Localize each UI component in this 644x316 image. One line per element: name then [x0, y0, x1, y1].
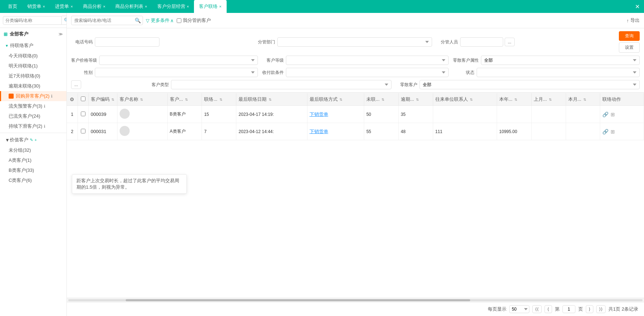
retail-customer-select[interactable]: 全部 — [420, 80, 640, 89]
sidebar-item-ungrouped[interactable]: 未分组(32) — [0, 145, 66, 155]
nav-close-product-analysis[interactable]: × — [103, 4, 105, 9]
gender-select[interactable] — [95, 68, 258, 77]
sort-icon-uncontacted[interactable]: ⇅ — [381, 98, 384, 102]
table-settings-gear-button[interactable]: ⚙ — [70, 96, 74, 102]
more-conditions-button[interactable]: ▽ 更多条件 ∧ — [146, 17, 174, 24]
nav-close-product-list[interactable]: × — [145, 4, 147, 9]
last-page-button[interactable]: ⟩⟩ — [596, 305, 606, 313]
last-method-link-2[interactable]: 下销货单 — [310, 129, 328, 134]
settings-button[interactable]: 设置 — [619, 42, 640, 53]
branch-person-input[interactable] — [460, 37, 503, 47]
filter-branch-person: 分管人员 ... — [436, 37, 615, 47]
search-icon[interactable]: 🔍 — [135, 18, 141, 23]
more-ellipsis-button[interactable]: ... — [71, 80, 81, 89]
sidebar-item-7day-pending[interactable]: 近7天待联络(0) — [0, 71, 66, 81]
more-action-icon-2[interactable]: ⊞ — [611, 129, 615, 135]
branch-dept-select[interactable] — [277, 37, 432, 47]
status-select[interactable] — [477, 68, 640, 77]
sort-icon-this-year[interactable]: ⇅ — [514, 98, 517, 102]
first-page-button[interactable]: ⟨⟨ — [532, 305, 542, 313]
sidebar-item-lost-customers[interactable]: 已流失客户(24) — [0, 111, 66, 121]
th-customer-type: 客户... ⇅ — [167, 93, 202, 106]
sort-icon-company-contacts[interactable]: ⇅ — [470, 98, 473, 102]
nav-close-purchase[interactable]: × — [70, 4, 73, 9]
sort-icon-last-date[interactable]: ⇅ — [269, 98, 272, 102]
row-checkbox-2[interactable] — [81, 129, 85, 133]
sidebar-item-lost-risk[interactable]: 流失预警客户(3) ℹ — [0, 101, 66, 111]
nav-customer-tier[interactable]: 客户分层经营 × — [152, 0, 194, 13]
link-action-icon-1[interactable]: 🔗 — [602, 112, 608, 117]
sidebar-collapse-button[interactable]: ≫ — [59, 32, 63, 37]
payment-select[interactable] — [286, 68, 449, 77]
per-page-select[interactable]: 50 — [509, 305, 529, 313]
add-group-icon[interactable]: + — [34, 138, 37, 142]
td-company-contacts-2: 111 — [433, 123, 497, 140]
sort-icon-contact[interactable]: ⇅ — [219, 98, 222, 102]
sidebar-all-customers-header[interactable]: ⊞ 全部客户 ≫ — [0, 28, 66, 40]
more-action-icon-1[interactable]: ⊞ — [611, 112, 615, 117]
link-action-icon-2[interactable]: 🔗 — [602, 129, 608, 135]
horizontal-scrollbar[interactable] — [67, 298, 644, 302]
td-type-2: A类客户 — [167, 123, 202, 140]
phone-input[interactable] — [95, 37, 159, 47]
sidebar-value-customer-group[interactable]: ▼ 价值客户 ✎ + — [0, 135, 66, 145]
table-wrapper[interactable]: ⚙ 客户编码 ⇅ 客户名称 ⇅ — [67, 93, 644, 298]
sidebar-item-a-class[interactable]: A类客户(1) — [0, 155, 66, 165]
page-number-input[interactable] — [562, 305, 575, 313]
sidebar-item-today-pending[interactable]: 今天待联络(0) — [0, 51, 66, 61]
nav-home[interactable]: 首页 — [3, 0, 22, 13]
select-all-checkbox[interactable] — [81, 96, 85, 101]
price-level-select[interactable] — [99, 56, 258, 65]
customer-level-select[interactable] — [286, 56, 449, 65]
sidebar-item-c-class[interactable]: C类客户(6) — [0, 175, 66, 185]
sort-icon-type[interactable]: ⇅ — [185, 98, 188, 102]
pagination-bar: 每页显示 50 ⟨⟨ ⟨ 第 页 ⟩ ⟩⟩ 共1页 2条记录 — [67, 302, 644, 316]
row-checkbox-1[interactable] — [81, 112, 85, 116]
customer-table: ⚙ 客户编码 ⇅ 客户名称 ⇅ — [67, 93, 644, 140]
sidebar-pending-contact-group[interactable]: ▼ 待联络客户 — [0, 40, 66, 51]
last-method-link-1[interactable]: 下销货单 — [310, 112, 328, 117]
per-page-label: 每页显示 — [488, 306, 506, 312]
nav-customer-contact[interactable]: 客户联络 × — [194, 0, 226, 13]
branch-person-more-button[interactable]: ... — [505, 38, 515, 46]
export-button[interactable]: ↑ 导出 — [627, 17, 640, 24]
prev-page-button[interactable]: ⟨ — [545, 305, 552, 313]
sort-icon-overdue[interactable]: ⇅ — [416, 98, 419, 102]
sort-icon-last-method[interactable]: ⇅ — [339, 98, 342, 102]
nav-product-list[interactable]: 商品分析列表 × — [110, 0, 152, 13]
customer-type-select[interactable] — [171, 80, 392, 89]
th-this-month-label: 本月... — [568, 96, 582, 102]
info-icon-declining[interactable]: ℹ — [44, 124, 45, 129]
next-page-button[interactable]: ⟩ — [586, 305, 593, 313]
sidebar-item-tomorrow-pending[interactable]: 明天待联络(1) — [0, 61, 66, 71]
info-icon-risk[interactable]: ℹ — [44, 104, 45, 109]
sort-icon-last-month[interactable]: ⇅ — [549, 98, 552, 102]
nav-close-customer-contact[interactable]: × — [219, 4, 221, 9]
sort-icon-code[interactable]: ⇅ — [111, 98, 114, 102]
sidebar-item-b-class[interactable]: B类客户(33) — [0, 165, 66, 175]
sort-icon-name[interactable]: ⇅ — [140, 98, 143, 102]
nav-close-sales[interactable]: × — [43, 4, 45, 9]
td-code-1: 000039 — [88, 106, 117, 123]
my-customer-checkbox[interactable] — [177, 18, 181, 23]
nav-product-analysis[interactable]: 商品分析 × — [78, 0, 110, 13]
window-close-button[interactable]: ✕ — [635, 3, 640, 10]
nav-close-customer-tier[interactable]: × — [187, 4, 189, 9]
page-suffix: 页 — [578, 306, 583, 312]
table-row: 1 000039 B类客户 15 2023-04-17 14:19: — [67, 106, 644, 123]
search-input[interactable] — [71, 16, 143, 25]
action-icons-2: 🔗 ⊞ — [602, 129, 641, 135]
retail-attr-select[interactable]: 全部 — [481, 56, 640, 65]
sidebar-search-button[interactable]: 🔍 — [62, 16, 67, 25]
edit-icon[interactable]: ✎ — [30, 138, 33, 142]
nav-purchase[interactable]: 进货单 × — [50, 0, 78, 13]
info-icon[interactable]: ℹ — [51, 94, 52, 99]
scrollbar-thumb[interactable] — [126, 299, 470, 301]
nav-sales[interactable]: 销货单 × — [22, 0, 50, 13]
sidebar-item-overdue-pending[interactable]: 逾期未联络(30) — [0, 81, 66, 91]
query-button[interactable]: 查询 — [619, 31, 640, 41]
sidebar-item-declining[interactable]: 持续下滑客户(2) ℹ — [0, 121, 66, 131]
sidebar-search-input[interactable] — [3, 16, 62, 25]
sidebar-item-repeat-abnormal[interactable]: 回购异常客户(2) ℹ — [0, 91, 66, 101]
sort-icon-this-month[interactable]: ⇅ — [583, 98, 586, 102]
